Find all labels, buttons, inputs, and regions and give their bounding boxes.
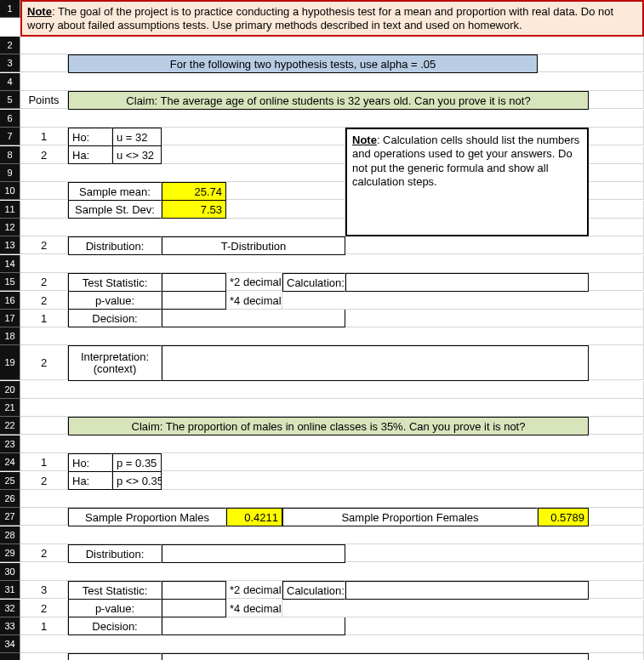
ho-label: Ho: xyxy=(68,453,112,472)
decision-label: Decision: xyxy=(68,310,162,327)
row-header: 32 xyxy=(0,600,20,617)
row-header: 9 xyxy=(0,164,20,182)
row-header: 3 xyxy=(0,54,20,72)
row-header: 23 xyxy=(0,435,20,453)
claim-2: Claim: The proportion of males in online… xyxy=(68,417,589,435)
points-cell: 1 xyxy=(20,453,68,471)
distribution-label: Distribution: xyxy=(68,544,162,563)
decision-value[interactable] xyxy=(162,617,345,635)
alpha-header: For the following two hypothesis tests, … xyxy=(68,54,538,73)
row-header: 15 xyxy=(0,273,20,291)
sample-mean-label: Sample mean: xyxy=(68,182,162,201)
row-header: 34 xyxy=(0,635,20,653)
test-statistic-value[interactable] xyxy=(162,273,226,292)
row-header: 6 xyxy=(0,110,20,128)
test-statistic-label: Test Statistic: xyxy=(68,273,162,292)
ho-value[interactable]: p = 0.35 xyxy=(112,453,162,472)
ha-value[interactable]: u <> 32 xyxy=(112,146,162,164)
test-statistic-value[interactable] xyxy=(162,581,226,600)
prop-males-label: Sample Proportion Males xyxy=(68,508,226,526)
interpretation-label: Interpretation:(context) xyxy=(68,345,162,381)
points-cell: 2 xyxy=(20,345,68,380)
pvalue-value[interactable] xyxy=(162,600,226,617)
sample-sd-label: Sample St. Dev: xyxy=(68,201,162,219)
row-header: 26 xyxy=(0,490,20,508)
points-label: Points xyxy=(20,91,68,109)
distribution-value[interactable] xyxy=(162,544,345,563)
row-header: 24 xyxy=(0,453,20,471)
points-cell: 2 xyxy=(20,292,68,310)
row-header: 22 xyxy=(0,417,20,435)
ha-label: Ha: xyxy=(68,472,112,490)
distribution-label: Distribution: xyxy=(68,236,162,255)
decision-value[interactable] xyxy=(162,310,345,327)
points-cell: 2 xyxy=(20,472,68,490)
row-header: 19 xyxy=(0,345,20,380)
row-header: 12 xyxy=(0,219,20,236)
row-header: 33 xyxy=(0,617,20,635)
calculation-note-box: Note: Calculation cells should list the … xyxy=(345,128,589,236)
prop-females-label: Sample Proportion Females xyxy=(282,508,538,526)
row-header: 13 xyxy=(0,236,20,254)
row-header: 16 xyxy=(0,292,20,310)
decision-label: Decision: xyxy=(68,617,162,635)
row-header: 35 xyxy=(0,653,20,660)
decimals-note: *4 decimals xyxy=(226,292,282,310)
points-cell: 2 xyxy=(20,600,68,617)
spreadsheet-grid: 1 Note: The goal of the project is to pr… xyxy=(0,0,644,660)
calculation-cell[interactable] xyxy=(345,581,589,600)
pvalue-label: p-value: xyxy=(68,600,162,617)
interpretation-cell[interactable] xyxy=(162,653,589,660)
decimals-note: *2 decimals xyxy=(226,273,282,291)
pvalue-label: p-value: xyxy=(68,292,162,310)
row-header: 2 xyxy=(0,37,20,54)
row-header: 20 xyxy=(0,381,20,399)
ho-value[interactable]: u = 32 xyxy=(112,128,162,146)
row-header: 10 xyxy=(0,182,20,200)
distribution-value[interactable]: T-Distribution xyxy=(162,236,345,255)
test-statistic-label: Test Statistic: xyxy=(68,581,162,600)
project-note: Note: The goal of the project is to prac… xyxy=(20,0,644,37)
row-header: 14 xyxy=(0,255,20,273)
points-cell: 3 xyxy=(20,581,68,599)
row-header: 8 xyxy=(0,146,20,164)
row-header: 31 xyxy=(0,581,20,599)
row-header: 5 xyxy=(0,91,20,109)
ha-label: Ha: xyxy=(68,146,112,164)
calculation-label: Calculation: xyxy=(282,273,345,292)
sample-mean-value[interactable]: 25.74 xyxy=(162,182,226,201)
points-cell: 1 xyxy=(20,617,68,635)
ho-label: Ho: xyxy=(68,128,112,146)
row-header: 21 xyxy=(0,399,20,417)
points-cell: 1 xyxy=(20,310,68,327)
claim-1: Claim: The average age of online student… xyxy=(68,91,589,110)
row-header: 25 xyxy=(0,472,20,490)
points-cell: 2 xyxy=(20,544,68,562)
ha-value[interactable]: p <> 0.35 xyxy=(112,472,162,490)
row-header: 30 xyxy=(0,563,20,581)
row-header: 17 xyxy=(0,310,20,327)
row-header: 27 xyxy=(0,508,20,526)
interpretation-label: Interpretation:(context) xyxy=(68,653,162,660)
points-cell: 2 xyxy=(20,236,68,254)
decimals-note: *4 decimals xyxy=(226,600,282,617)
points-cell: 2 xyxy=(20,146,68,164)
row-header: 28 xyxy=(0,526,20,544)
row-header: 7 xyxy=(0,128,20,145)
interpretation-cell[interactable] xyxy=(162,345,589,381)
decimals-note: *2 decimals xyxy=(226,581,282,599)
calculation-cell[interactable] xyxy=(345,273,589,292)
points-cell: 1 xyxy=(20,128,68,145)
prop-males-value[interactable]: 0.4211 xyxy=(226,508,282,526)
row-header: 11 xyxy=(0,201,20,219)
points-cell: 2 xyxy=(20,653,68,660)
row-header: 18 xyxy=(0,327,20,345)
points-cell: 2 xyxy=(20,273,68,291)
row-header: 1 xyxy=(0,0,20,18)
sample-sd-value[interactable]: 7.53 xyxy=(162,201,226,219)
pvalue-value[interactable] xyxy=(162,292,226,310)
row-header: 4 xyxy=(0,73,20,91)
row-header: 29 xyxy=(0,544,20,562)
prop-females-value[interactable]: 0.5789 xyxy=(538,508,589,526)
calculation-label: Calculation: xyxy=(282,581,345,600)
